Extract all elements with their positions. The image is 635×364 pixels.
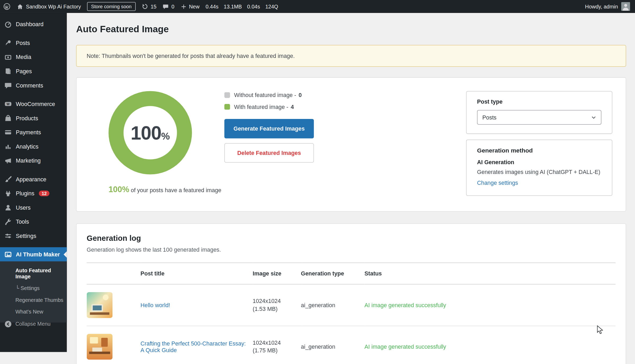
sidebar-item-marketing[interactable]: Marketing <box>0 153 67 168</box>
plus-icon <box>180 3 187 10</box>
column-post-title: Post title <box>140 263 253 284</box>
menu-separator <box>0 243 67 247</box>
sidebar-item-label: Media <box>16 54 31 60</box>
post-type-panel: Post type Posts <box>466 91 613 134</box>
sidebar-item-label: AI Thumb Maker <box>16 251 60 257</box>
settings-column: Post type Posts Generation method AI Gen… <box>466 91 613 196</box>
coverage-percent: 100% <box>108 185 129 194</box>
generation-type-cell: ai_generation <box>301 284 364 326</box>
table-header-row: Post title Image size Generation type St… <box>87 263 616 284</box>
tools-icon <box>4 218 12 226</box>
plugins-icon <box>4 189 12 197</box>
post-type-selected-value: Posts <box>482 114 497 121</box>
delete-featured-images-button[interactable]: Delete Featured Images <box>224 143 314 163</box>
submenu-item-whats-new[interactable]: What's New <box>0 306 67 317</box>
sidebar-item-settings[interactable]: Settings <box>0 229 67 243</box>
sidebar-item-media[interactable]: Media <box>0 50 67 64</box>
post-thumbnail <box>87 334 113 360</box>
appearance-icon <box>4 175 12 183</box>
sidebar-item-pages[interactable]: Pages <box>0 64 67 78</box>
sidebar-item-label: Posts <box>16 39 30 46</box>
collapse-menu-label: Collapse Menu <box>15 321 51 327</box>
page-title: Auto Featured Image <box>76 24 626 35</box>
performance-stats: 0.44s 13.1MB 0.04s 124Q <box>206 3 278 10</box>
post-thumbnail <box>87 292 113 318</box>
log-title: Generation log <box>87 234 616 243</box>
legend-value: 4 <box>291 104 294 110</box>
sidebar-item-comments[interactable]: Comments <box>0 78 67 92</box>
chevron-down-icon <box>591 114 597 121</box>
sidebar-item-tools[interactable]: Tools <box>0 214 67 229</box>
updates-indicator[interactable]: 15 <box>142 3 157 10</box>
sidebar-item-label: WooCommerce <box>16 100 55 107</box>
log-subtitle: Generation log shows the last 100 genera… <box>87 246 616 253</box>
store-coming-soon-badge[interactable]: Store coming soon <box>87 2 136 11</box>
woocommerce-icon: W <box>4 100 12 108</box>
status-cell: AI image generated successfully <box>365 284 616 326</box>
coverage-summary: 100% of your posts have a featured image <box>108 185 192 194</box>
sidebar-item-label: Plugins <box>16 190 34 196</box>
avatar[interactable] <box>621 2 630 11</box>
perf-query-count: 124Q <box>265 3 278 10</box>
sidebar-item-plugins[interactable]: Plugins 12 <box>0 186 67 200</box>
sidebar-item-label: Appearance <box>16 176 47 182</box>
sidebar-item-products[interactable]: Products <box>0 111 67 125</box>
update-icon <box>142 3 148 10</box>
payments-icon <box>4 128 12 136</box>
media-icon <box>4 53 12 61</box>
comments-indicator[interactable]: 0 <box>162 3 174 10</box>
menu-separator <box>0 92 67 97</box>
post-title-link[interactable]: Crafting the Perfect 500-Character Essay… <box>140 340 246 353</box>
dashboard-icon <box>4 20 12 28</box>
generate-featured-images-button[interactable]: Generate Featured Images <box>224 119 314 138</box>
collapse-menu-button[interactable]: Collapse Menu <box>0 317 67 331</box>
notice-banner: Note: Thumbnails won't be generated for … <box>76 45 626 67</box>
column-status: Status <box>365 263 616 284</box>
image-size-cell: 1024x1024 (1.75 MB) <box>253 326 301 364</box>
howdy-text[interactable]: Howdy, admin <box>585 3 618 10</box>
column-thumbnail-header <box>87 263 141 284</box>
sidebar-item-label: Users <box>16 204 31 210</box>
sidebar-item-payments[interactable]: Payments <box>0 125 67 139</box>
sidebar-item-woocommerce[interactable]: W WooCommerce <box>0 97 67 111</box>
settings-icon <box>4 232 12 240</box>
sidebar: Dashboard Posts Media Pages Comments W W… <box>0 13 67 352</box>
sidebar-item-label: Dashboard <box>16 21 44 27</box>
status-cell: AI image generated successfully <box>365 326 616 364</box>
sidebar-item-analytics[interactable]: Analytics <box>0 139 67 154</box>
new-content-button[interactable]: New <box>180 3 199 10</box>
sidebar-item-ai-thumb-maker[interactable]: AI Thumb Maker <box>0 247 67 261</box>
legend-swatch-green <box>224 104 230 109</box>
menu-separator <box>0 168 67 172</box>
column-generation-type: Generation type <box>301 263 364 284</box>
post-type-select[interactable]: Posts <box>477 110 601 125</box>
perf-memory: 13.1MB <box>224 3 242 10</box>
site-menu[interactable]: Sandbox Wp Ai Factory <box>17 3 81 10</box>
wordpress-icon <box>3 3 11 10</box>
image-icon <box>4 250 12 259</box>
sidebar-item-label: Comments <box>16 82 43 88</box>
submenu-item-auto-featured-image[interactable]: Auto Featured Image <box>0 265 67 282</box>
generation-method-panel: Generation method AI Generation Generate… <box>466 140 613 196</box>
table-row: Crafting the Perfect 500-Character Essay… <box>87 326 616 364</box>
table-row: Hello world! 1024x1024 (1.53 MB) ai_gene… <box>87 284 616 326</box>
notice-text: Note: Thumbnails won't be generated for … <box>87 53 295 59</box>
sidebar-item-label: Tools <box>16 218 29 225</box>
sidebar-item-label: Products <box>16 115 38 121</box>
submenu-item-regenerate-thumbs[interactable]: Regenerate Thumbs <box>0 294 67 306</box>
stats-card: 100% 100% of your posts have a featured … <box>76 77 626 211</box>
post-title-link[interactable]: Hello world! <box>140 302 170 308</box>
sidebar-item-appearance[interactable]: Appearance <box>0 172 67 186</box>
change-settings-link[interactable]: Change settings <box>477 180 518 186</box>
analytics-icon <box>4 142 12 150</box>
posts-icon <box>4 39 12 47</box>
sidebar-item-label: Analytics <box>16 143 39 149</box>
svg-text:W: W <box>7 102 10 106</box>
generation-type-cell: ai_generation <box>301 326 364 364</box>
sidebar-item-users[interactable]: Users <box>0 200 67 215</box>
submenu-item-settings[interactable]: Settings <box>0 282 67 294</box>
sidebar-item-dashboard[interactable]: Dashboard <box>0 17 67 31</box>
comments-count: 0 <box>171 3 174 10</box>
wordpress-logo[interactable] <box>3 3 11 10</box>
sidebar-item-posts[interactable]: Posts <box>0 36 67 50</box>
